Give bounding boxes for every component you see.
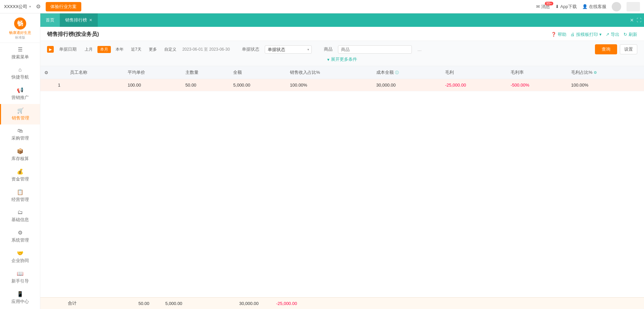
date-opt-custom[interactable]: 自定义: [162, 46, 179, 53]
td-settings: [40, 79, 52, 91]
refresh-button[interactable]: ↻ 刷新: [624, 32, 637, 38]
content-area: 首页 销售排行榜 ✕ ✕ ⛶ 销售排行榜(按业务员) ❓ 帮助: [40, 13, 644, 309]
app-download-button[interactable]: ⬇ App下载: [555, 4, 577, 10]
col-gross[interactable]: 毛利: [441, 66, 507, 79]
message-button[interactable]: ✉ 消息 99+: [536, 4, 550, 10]
export-button[interactable]: ↗ 导出: [606, 32, 619, 38]
sidebar-label: 营销推广: [11, 95, 29, 101]
gross-pct-icon: ⚙: [594, 70, 597, 74]
sidebar-item-inventory[interactable]: 📦 库存核算: [0, 145, 40, 165]
col-settings[interactable]: ⚙: [40, 66, 52, 79]
expand-window-button[interactable]: ⛶: [637, 17, 641, 23]
sidebar-item-marketing[interactable]: 📢 营销推广: [0, 84, 40, 104]
top-bar: XXXXX公司 ▾ ⚙ 体验行业方案 ✉ 消息 99+ ⬇ App下载 👤 在线…: [0, 0, 644, 13]
sidebar-item-finance[interactable]: 💰 资金管理: [0, 165, 40, 186]
date-opt-more[interactable]: 更多: [146, 46, 160, 53]
footer-gross: -25,000.00: [272, 301, 309, 306]
td-employee: [66, 79, 124, 91]
sidebar-label: 资金管理: [11, 176, 29, 182]
table-header-row: ⚙ 员工名称 平均单价 主数量 全额 销售收入占比% 成本全额 ⓘ 毛利 毛利率…: [40, 66, 644, 79]
online-service-button[interactable]: 👤 在线客服: [582, 4, 606, 10]
chevron-down-icon: ▾: [29, 5, 31, 8]
date-range: 2023-06-01 至 2023-06-30: [182, 47, 230, 52]
help-icon: ❓: [551, 32, 556, 37]
message-icon: ✉: [536, 4, 540, 9]
company-name: XXXXX公司: [4, 4, 27, 10]
user-name[interactable]: [627, 2, 640, 11]
date-label: 单据日期: [59, 46, 77, 52]
marketing-icon: 📢: [17, 87, 24, 93]
print-chevron-icon: ▾: [599, 32, 602, 37]
logo-sub: 标准版: [15, 35, 25, 40]
home-icon: ⌂: [18, 67, 22, 73]
sidebar-label: 快捷导航: [11, 74, 29, 80]
sidebar-item-purchase[interactable]: 🛍 采购管理: [0, 124, 40, 145]
sidebar: 畅 畅康通好生意 标准版 ☰ 搜索菜单 ⌂ 快捷导航 📢 营销推广 🛒 销售管理…: [0, 13, 40, 309]
query-button[interactable]: 查询: [595, 44, 617, 54]
help-button[interactable]: ❓ 帮助: [551, 32, 566, 38]
col-cost[interactable]: 成本全额 ⓘ: [372, 66, 441, 79]
sidebar-item-quick-nav[interactable]: ⌂ 快捷导航: [0, 63, 40, 84]
sidebar-item-basic[interactable]: 🗂 基础信息: [0, 206, 40, 226]
col-gross-pct[interactable]: 毛利占比% ⚙: [567, 66, 644, 79]
refresh-icon: ↻: [624, 32, 627, 37]
more-options-btn[interactable]: …: [417, 47, 422, 52]
search-order-icon: ☰: [18, 46, 23, 53]
td-gross-pct: 100.00%: [567, 79, 644, 91]
tab-sales-rank[interactable]: 销售排行榜 ✕: [60, 13, 98, 27]
date-opt-7days[interactable]: 近7天: [128, 46, 144, 53]
footer-label: 合计: [68, 301, 77, 306]
sidebar-item-enterprise[interactable]: 🤝 企业协同: [0, 247, 40, 267]
avatar[interactable]: [612, 2, 621, 11]
footer-main-qty: 50.00: [134, 301, 161, 306]
col-amount[interactable]: 全额: [229, 66, 286, 79]
settings-button[interactable]: ⚙: [34, 2, 43, 11]
sidebar-item-system[interactable]: ⚙ 系统管理: [0, 226, 40, 247]
footer-row: 合计 50.00 5,000.00 30,000.00 -25,000.00: [40, 300, 644, 306]
sidebar-logo: 畅 畅康通好生意 标准版: [0, 13, 40, 43]
export-icon: ↗: [606, 32, 609, 37]
service-icon: 👤: [582, 4, 588, 9]
date-opt-this-year[interactable]: 本年: [113, 46, 126, 53]
trial-button[interactable]: 体验行业方案: [46, 2, 81, 11]
date-options: 上月 本月 本年 近7天 更多 自定义 2023-06-01 至 2023-06…: [82, 46, 230, 53]
col-gross-rate[interactable]: 毛利率: [507, 66, 567, 79]
sidebar-item-app-center[interactable]: 📱 应用中心: [0, 288, 40, 308]
sidebar-label: 新手引导: [11, 278, 29, 284]
col-main-qty[interactable]: 主数量: [181, 66, 229, 79]
date-opt-this-month[interactable]: 本月: [97, 46, 111, 53]
sidebar-item-search-order[interactable]: ☰ 搜索菜单: [0, 43, 40, 63]
td-gross: -25,000.00: [441, 79, 507, 91]
enterprise-icon: 🤝: [17, 250, 24, 256]
header-actions: ❓ 帮助 🖨 按模板打印 ▾ ↗ 导出 ↻ 刷新: [551, 32, 637, 38]
close-window-button[interactable]: ✕: [630, 17, 634, 23]
col-avg-price[interactable]: 平均单价: [124, 66, 181, 79]
td-rank: 1: [52, 79, 66, 91]
product-input[interactable]: [338, 45, 412, 54]
sidebar-label: 企业协同: [11, 258, 29, 264]
logo-text: 畅康通好生意: [9, 30, 31, 35]
filter-row: ▶ 单据日期 上月 本月 本年 近7天 更多 自定义 2023-06-01 至 …: [47, 44, 637, 54]
chevron-down-icon: ▾: [327, 57, 330, 62]
download-icon: ⬇: [555, 4, 559, 9]
filter-expand-button[interactable]: ▶: [47, 46, 54, 53]
expand-more-conditions[interactable]: ▾ 展开更多条件: [47, 54, 637, 62]
sidebar-label: 经营管理: [11, 197, 29, 203]
col-employee[interactable]: 员工名称: [66, 66, 124, 79]
footer-amount: 5,000.00: [161, 301, 195, 306]
tab-bar-right: ✕ ⛶: [630, 13, 644, 27]
sidebar-item-guide[interactable]: 📖 新手引导: [0, 267, 40, 288]
company-selector[interactable]: XXXXX公司 ▾: [4, 4, 31, 10]
status-select[interactable]: 单据状态: [265, 45, 312, 54]
sidebar-item-operation[interactable]: 📋 经营管理: [0, 186, 40, 206]
table-settings-button[interactable]: 设置: [620, 44, 637, 54]
col-sales-pct[interactable]: 销售收入占比%: [286, 66, 372, 79]
guide-icon: 📖: [17, 270, 24, 277]
sidebar-item-sales[interactable]: 🛒 销售管理: [0, 104, 40, 124]
col-rank: [52, 66, 66, 79]
td-sales-pct: 100.00%: [286, 79, 372, 91]
tab-home[interactable]: 首页: [40, 13, 60, 27]
date-opt-last-month[interactable]: 上月: [82, 46, 95, 53]
print-button[interactable]: 🖨 按模板打印 ▾: [570, 32, 602, 38]
tab-close-icon[interactable]: ✕: [89, 18, 92, 22]
